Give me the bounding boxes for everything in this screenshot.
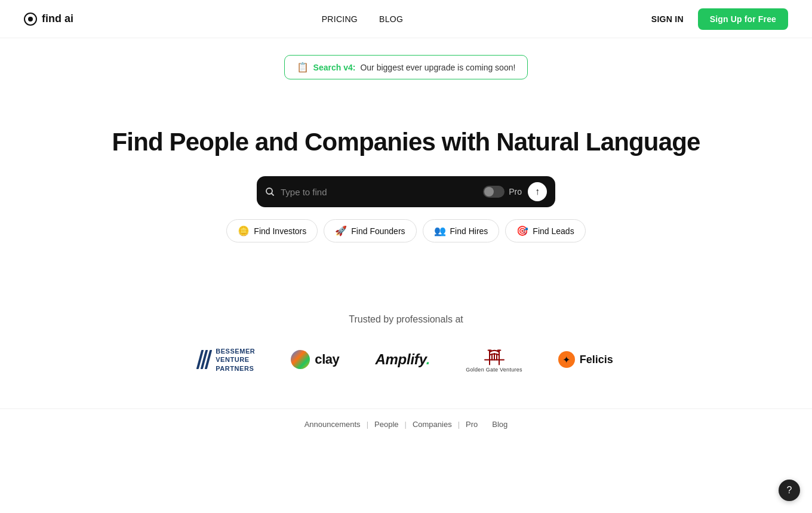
help-bubble[interactable]: ? bbox=[779, 480, 800, 501]
svg-line-1 bbox=[272, 193, 274, 196]
felicis-text: Felicis bbox=[580, 354, 613, 366]
filter-find-leads[interactable]: 🎯 Find Leads bbox=[505, 219, 585, 242]
bessemer-logo-icon bbox=[199, 350, 210, 369]
bessemer-text: BessemerVenturePartners bbox=[216, 347, 255, 373]
nav-blog[interactable]: BLOG bbox=[379, 14, 403, 24]
filter-find-founders[interactable]: 🚀 Find Founders bbox=[324, 219, 416, 242]
felicis-logo-icon: ✦ bbox=[558, 351, 575, 368]
footer: Announcements | People | Companies | Pro… bbox=[0, 408, 812, 440]
nav-links: PRICING BLOG bbox=[322, 14, 403, 24]
navbar: find ai PRICING BLOG SIGN IN Sign Up for… bbox=[0, 0, 812, 38]
search-bar-wrapper: Pro ↑ bbox=[257, 176, 555, 207]
pro-toggle-track[interactable] bbox=[483, 186, 505, 198]
pro-toggle-thumb bbox=[484, 187, 494, 196]
pro-toggle[interactable]: Pro bbox=[483, 186, 522, 198]
banner-icon: 📋 bbox=[297, 62, 309, 73]
footer-announcements[interactable]: Announcements bbox=[299, 420, 367, 429]
announcement-banner-wrapper: 📋 Search v4: Our biggest ever upgrade is… bbox=[0, 55, 812, 79]
trusted-section: Trusted by professionals at BessemerVent… bbox=[0, 314, 812, 408]
logo-circle-icon bbox=[24, 13, 37, 26]
clay-logo-icon bbox=[291, 350, 310, 369]
hires-emoji-icon: 👥 bbox=[434, 225, 446, 236]
signin-button[interactable]: SIGN IN bbox=[651, 14, 684, 24]
banner-text: Our biggest ever upgrade is coming soon! bbox=[360, 63, 515, 72]
ggv-text: Golden Gate Ventures bbox=[466, 367, 522, 373]
pro-label: Pro bbox=[509, 187, 522, 196]
logo-golden-gate-ventures: Golden Gate Ventures bbox=[466, 346, 522, 373]
announcement-banner: 📋 Search v4: Our biggest ever upgrade is… bbox=[284, 55, 528, 79]
nav-actions: SIGN IN Sign Up for Free bbox=[651, 8, 788, 30]
logo[interactable]: find ai bbox=[24, 13, 73, 26]
logo-bessemer: BessemerVenturePartners bbox=[199, 347, 255, 373]
banner-label: Search v4: bbox=[313, 63, 356, 72]
hero-title: Find People and Companies with Natural L… bbox=[112, 127, 700, 157]
founders-emoji-icon: 🚀 bbox=[335, 225, 347, 236]
filter-find-investors[interactable]: 🪙 Find Investors bbox=[226, 219, 318, 242]
ggv-logo-icon bbox=[482, 346, 506, 365]
quick-filters: 🪙 Find Investors 🚀 Find Founders 👥 Find … bbox=[226, 219, 585, 242]
help-icon: ? bbox=[787, 485, 792, 496]
logo-felicis: ✦ Felicis bbox=[558, 351, 613, 368]
filter-find-hires[interactable]: 👥 Find Hires bbox=[423, 219, 500, 242]
logo-clay: clay bbox=[291, 350, 339, 369]
amplify-text: Amplify. bbox=[375, 351, 430, 367]
leads-emoji-icon: 🎯 bbox=[516, 225, 528, 236]
signup-button[interactable]: Sign Up for Free bbox=[698, 8, 788, 30]
search-bar: Pro ↑ bbox=[257, 176, 555, 207]
search-icon bbox=[265, 187, 275, 196]
search-input[interactable] bbox=[281, 187, 477, 197]
founders-label: Find Founders bbox=[351, 226, 405, 236]
submit-arrow-icon: ↑ bbox=[535, 186, 540, 197]
leads-label: Find Leads bbox=[533, 226, 574, 236]
nav-pricing[interactable]: PRICING bbox=[322, 14, 358, 24]
footer-people[interactable]: People bbox=[368, 420, 404, 429]
brand-name: find ai bbox=[42, 13, 73, 25]
clay-text: clay bbox=[315, 352, 339, 367]
footer-companies[interactable]: Companies bbox=[407, 420, 458, 429]
footer-links: Announcements | People | Companies | Pro… bbox=[299, 420, 514, 429]
investors-label: Find Investors bbox=[254, 226, 306, 236]
logo-amplify: Amplify. bbox=[375, 351, 430, 368]
hires-label: Find Hires bbox=[450, 226, 488, 236]
trusted-logos: BessemerVenturePartners clay Amplify. bbox=[199, 346, 613, 373]
hero-section: Find People and Companies with Natural L… bbox=[0, 127, 812, 242]
footer-blog[interactable]: Blog bbox=[486, 420, 513, 429]
investors-emoji-icon: 🪙 bbox=[238, 225, 250, 236]
search-submit-button[interactable]: ↑ bbox=[528, 182, 547, 201]
footer-pro[interactable]: Pro bbox=[460, 420, 484, 429]
trusted-label: Trusted by professionals at bbox=[349, 314, 463, 325]
